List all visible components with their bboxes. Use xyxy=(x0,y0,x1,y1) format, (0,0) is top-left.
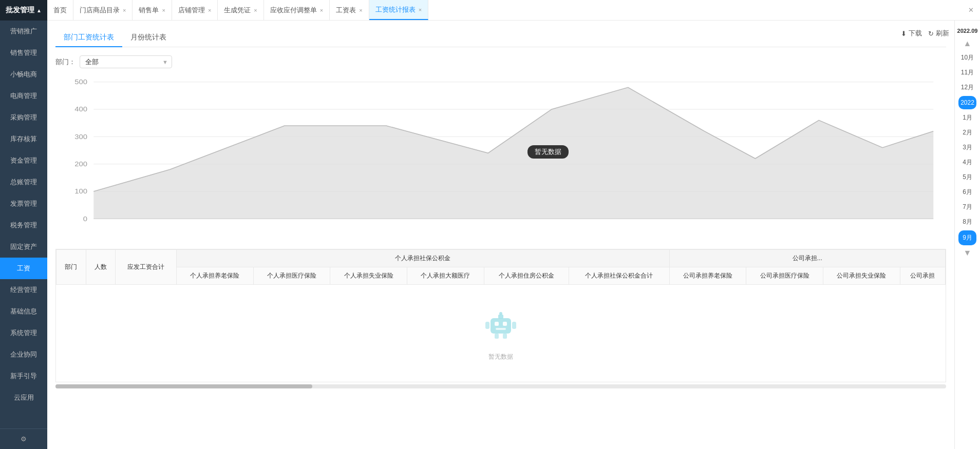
tab-close-6[interactable]: × xyxy=(359,7,362,13)
svg-text:100: 100 xyxy=(74,187,87,195)
data-table-wrapper: 部门 人数 应发工资合计 个人承担社保公积金 公司承担... 个人承担养老保险 … xyxy=(55,249,946,382)
sidebar-item-2[interactable]: 小畅电商 xyxy=(0,64,47,85)
tab-bar-close-button[interactable]: ✕ xyxy=(962,6,980,14)
table-scrollbar[interactable] xyxy=(55,384,946,388)
table-header-row-2: 个人承担养老保险 个人承担医疗保险 个人承担失业保险 个人承担大额医疗 个人承担… xyxy=(56,267,946,285)
tab-close-5[interactable]: × xyxy=(320,7,323,13)
date-nav-down[interactable]: ▼ xyxy=(962,246,974,260)
date-year-label: 2022.09 xyxy=(955,25,980,37)
date-item-9[interactable]: 6月 xyxy=(956,185,978,200)
date-item-4[interactable]: 1月 xyxy=(956,110,978,125)
th-company-pension: 公司承担养老保险 xyxy=(669,267,746,285)
sidebar-item-0[interactable]: 营销推广 xyxy=(0,21,47,42)
sidebar-item-16[interactable]: 新手引导 xyxy=(0,365,47,387)
date-item-10[interactable]: 7月 xyxy=(956,200,978,214)
sidebar-item-1[interactable]: 销售管理 xyxy=(0,42,47,64)
th-personal-housing: 个人承担住房公积金 xyxy=(484,267,569,285)
sidebar-item-17[interactable]: 云应用 xyxy=(0,387,47,408)
tab-item-1[interactable]: 门店商品目录× xyxy=(73,0,133,20)
sidebar-item-7[interactable]: 总账管理 xyxy=(0,171,47,193)
sidebar-item-15[interactable]: 企业协同 xyxy=(0,344,47,365)
tab-item-2[interactable]: 销售单× xyxy=(133,0,172,20)
sidebar-item-9[interactable]: 税务管理 xyxy=(0,214,47,236)
svg-rect-16 xyxy=(503,322,507,326)
refresh-button[interactable]: ↻ 刷新 xyxy=(928,29,949,38)
date-item-8[interactable]: 5月 xyxy=(956,170,978,185)
sidebar-item-14[interactable]: 系统管理 xyxy=(0,322,47,344)
svg-rect-14 xyxy=(491,318,511,334)
tab-item-5[interactable]: 应收应付调整单× xyxy=(264,0,330,20)
sub-tab-dept[interactable]: 部门工资统计表 xyxy=(55,29,122,47)
toolbar: 部门： 全部 ▼ xyxy=(55,55,946,68)
tab-close-2[interactable]: × xyxy=(162,7,165,13)
date-item-6[interactable]: 3月 xyxy=(956,140,978,155)
svg-rect-15 xyxy=(495,322,499,326)
tab-close-3[interactable]: × xyxy=(208,7,211,13)
date-item-11[interactable]: 8月 xyxy=(956,214,978,229)
sidebar-item-10[interactable]: 固定资产 xyxy=(0,236,47,258)
date-item-1[interactable]: 11月 xyxy=(956,65,978,80)
svg-text:0: 0 xyxy=(83,215,88,223)
sidebar-item-3[interactable]: 电商管理 xyxy=(0,85,47,107)
tab-item-6[interactable]: 工资表× xyxy=(330,0,369,20)
tab-item-3[interactable]: 店铺管理× xyxy=(172,0,218,20)
data-table: 部门 人数 应发工资合计 个人承担社保公积金 公司承担... 个人承担养老保险 … xyxy=(56,249,946,382)
date-item-5[interactable]: 2月 xyxy=(956,125,978,140)
svg-text:300: 300 xyxy=(74,133,87,141)
tab-label-5: 应收应付调整单 xyxy=(270,6,317,15)
sidebar-item-4[interactable]: 采购管理 xyxy=(0,107,47,128)
sidebar: 批发管理 ▲ 营销推广销售管理小畅电商电商管理采购管理库存核算资金管理总账管理发… xyxy=(0,0,47,449)
date-sidebar: 2022.09 ▲ 10月11月12月20221月2月3月4月5月6月7月8月9… xyxy=(954,21,980,449)
th-company-more: 公司承担 xyxy=(900,267,945,285)
sidebar-item-13[interactable]: 基础信息 xyxy=(0,301,47,322)
svg-text:500: 500 xyxy=(74,78,87,86)
date-item-2[interactable]: 12月 xyxy=(956,80,978,95)
chart-svg: 500 400 300 200 100 0 xyxy=(55,76,946,241)
th-personal-unemployment: 个人承担失业保险 xyxy=(330,267,407,285)
top-actions: ⬇ 下载 ↻ 刷新 xyxy=(901,29,949,38)
table-scrollbar-thumb[interactable] xyxy=(55,384,312,388)
tab-close-4[interactable]: × xyxy=(254,7,257,13)
sidebar-item-11[interactable]: 工资 xyxy=(0,258,47,279)
sidebar-item-8[interactable]: 发票管理 xyxy=(0,193,47,214)
sidebar-item-5[interactable]: 库存核算 xyxy=(0,128,47,150)
svg-point-19 xyxy=(499,312,502,315)
th-people: 人数 xyxy=(86,250,116,285)
tab-item-0[interactable]: 首页 xyxy=(47,0,73,20)
sidebar-header[interactable]: 批发管理 ▲ xyxy=(0,0,47,21)
date-item-12[interactable]: 9月 xyxy=(958,230,976,245)
empty-state-text: 暂无数据 xyxy=(488,353,513,361)
date-nav-up[interactable]: ▲ xyxy=(962,37,974,50)
date-item-7[interactable]: 4月 xyxy=(956,155,978,170)
tab-close-1[interactable]: × xyxy=(123,7,126,13)
empty-row: 暂无数据 xyxy=(56,285,946,382)
sidebar-item-6[interactable]: 资金管理 xyxy=(0,150,47,171)
sub-tab-month[interactable]: 月份统计表 xyxy=(122,29,175,47)
th-personal-large-medical: 个人承担大额医疗 xyxy=(407,267,484,285)
sidebar-title: 批发管理 xyxy=(6,6,34,15)
tab-close-7[interactable]: × xyxy=(419,7,422,13)
svg-marker-12 xyxy=(93,87,933,219)
tab-item-4[interactable]: 生成凭证× xyxy=(218,0,263,20)
sidebar-footer-settings[interactable]: ⚙ xyxy=(0,428,47,449)
date-item-3[interactable]: 2022 xyxy=(958,96,976,109)
th-personal-total: 个人承担社保公积金合计 xyxy=(569,267,669,285)
tab-label-2: 销售单 xyxy=(139,6,159,15)
sub-tabs: 部门工资统计表 月份统计表 xyxy=(55,29,946,47)
empty-state: 暂无数据 xyxy=(56,285,946,382)
settings-icon: ⚙ xyxy=(21,435,27,443)
th-company-medical: 公司承担医疗保险 xyxy=(746,267,823,285)
date-item-0[interactable]: 10月 xyxy=(956,50,978,65)
tab-label-1: 门店商品目录 xyxy=(80,6,120,15)
tab-label-7: 工资统计报表 xyxy=(375,5,416,14)
download-icon: ⬇ xyxy=(901,30,907,37)
tab-bar: 首页门店商品目录×销售单×店铺管理×生成凭证×应收应付调整单×工资表×工资统计报… xyxy=(47,0,980,21)
dept-select[interactable]: 全部 xyxy=(80,55,172,68)
tab-item-7[interactable]: 工资统计报表× xyxy=(369,0,428,20)
sidebar-item-12[interactable]: 经营管理 xyxy=(0,279,47,301)
download-label: 下载 xyxy=(909,29,922,38)
refresh-label: 刷新 xyxy=(936,29,949,38)
svg-rect-18 xyxy=(498,315,503,319)
th-dept: 部门 xyxy=(56,250,86,285)
download-button[interactable]: ⬇ 下载 xyxy=(901,29,922,38)
